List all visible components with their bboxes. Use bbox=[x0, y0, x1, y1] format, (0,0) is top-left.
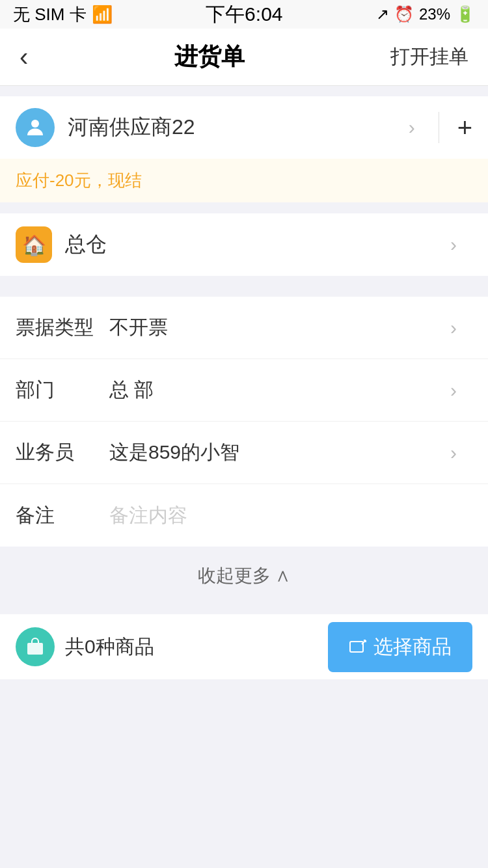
form-section: 票据类型 不开票 › 部门 总 部 › 业务员 这是859的小智 › 备注 备注… bbox=[0, 297, 488, 547]
supplier-row[interactable]: 河南供应商22 › + bbox=[0, 96, 488, 159]
status-left: 无 SIM 卡 📶 bbox=[13, 3, 113, 26]
product-count: 共0种商品 bbox=[65, 634, 328, 660]
back-button[interactable]: ‹ bbox=[20, 42, 28, 72]
salesperson-value: 这是859的小智 bbox=[109, 439, 450, 466]
warehouse-row[interactable]: 🏠 总仓 › bbox=[0, 213, 488, 276]
select-product-icon bbox=[349, 638, 367, 656]
payable-notice: 应付-20元，现结 bbox=[0, 159, 488, 202]
status-bar: 无 SIM 卡 📶 下午6:04 ↗ ⏰ 23% 🔋 bbox=[0, 0, 488, 29]
warehouse-name: 总仓 bbox=[65, 230, 450, 259]
status-time: 下午6:04 bbox=[206, 1, 282, 28]
department-value: 总 部 bbox=[109, 377, 450, 403]
select-product-button[interactable]: 选择商品 bbox=[328, 622, 472, 672]
top-divider bbox=[0, 86, 488, 96]
wifi-icon: 📶 bbox=[92, 5, 113, 25]
product-icon bbox=[16, 627, 55, 666]
salesperson-label: 业务员 bbox=[16, 439, 94, 466]
supplier-chevron-icon: › bbox=[409, 116, 415, 139]
ticket-type-value: 不开票 bbox=[109, 314, 450, 341]
nav-bar: ‹ 进货单 打开挂单 bbox=[0, 29, 488, 86]
carrier-text: 无 SIM 卡 bbox=[13, 3, 87, 26]
collapse-button[interactable]: 收起更多 ∧ bbox=[0, 548, 488, 604]
supplier-name: 河南供应商22 bbox=[68, 113, 409, 142]
supplier-avatar bbox=[16, 108, 55, 147]
department-chevron-icon: › bbox=[450, 379, 457, 401]
svg-rect-2 bbox=[350, 642, 363, 652]
salesperson-chevron-icon: › bbox=[450, 442, 457, 464]
battery-icon: 🔋 bbox=[455, 5, 475, 23]
department-row[interactable]: 部门 总 部 › bbox=[0, 359, 488, 422]
divider-3 bbox=[0, 276, 488, 286]
supplier-section: 河南供应商22 › + 应付-20元，现结 bbox=[0, 96, 488, 202]
note-input[interactable]: 备注内容 bbox=[109, 502, 472, 529]
page-title: 进货单 bbox=[174, 41, 245, 73]
supplier-divider bbox=[439, 112, 439, 143]
battery-text: 23% bbox=[419, 5, 450, 23]
add-supplier-button[interactable]: + bbox=[457, 113, 472, 142]
status-right: ↗ ⏰ 23% 🔋 bbox=[376, 5, 475, 23]
svg-rect-1 bbox=[27, 643, 43, 655]
ticket-type-chevron-icon: › bbox=[450, 317, 457, 339]
note-row[interactable]: 备注 备注内容 bbox=[0, 484, 488, 547]
department-label: 部门 bbox=[16, 377, 94, 403]
divider-2 bbox=[0, 202, 488, 213]
warehouse-chevron-icon: › bbox=[450, 234, 457, 256]
warehouse-section: 🏠 总仓 › bbox=[0, 213, 488, 276]
ticket-type-row[interactable]: 票据类型 不开票 › bbox=[0, 297, 488, 359]
location-icon: ↗ bbox=[376, 5, 389, 23]
warehouse-icon: 🏠 bbox=[16, 226, 52, 263]
gray-fill-area bbox=[0, 679, 488, 868]
open-pending-button[interactable]: 打开挂单 bbox=[390, 44, 468, 70]
select-product-label: 选择商品 bbox=[373, 634, 452, 660]
salesperson-row[interactable]: 业务员 这是859的小智 › bbox=[0, 422, 488, 484]
svg-point-0 bbox=[31, 120, 39, 128]
ticket-type-label: 票据类型 bbox=[16, 314, 94, 341]
bottom-bar: 共0种商品 选择商品 bbox=[0, 614, 488, 679]
note-label: 备注 bbox=[16, 502, 94, 529]
alarm-icon: ⏰ bbox=[394, 5, 414, 23]
cart-icon bbox=[25, 636, 46, 657]
person-icon bbox=[23, 116, 47, 139]
